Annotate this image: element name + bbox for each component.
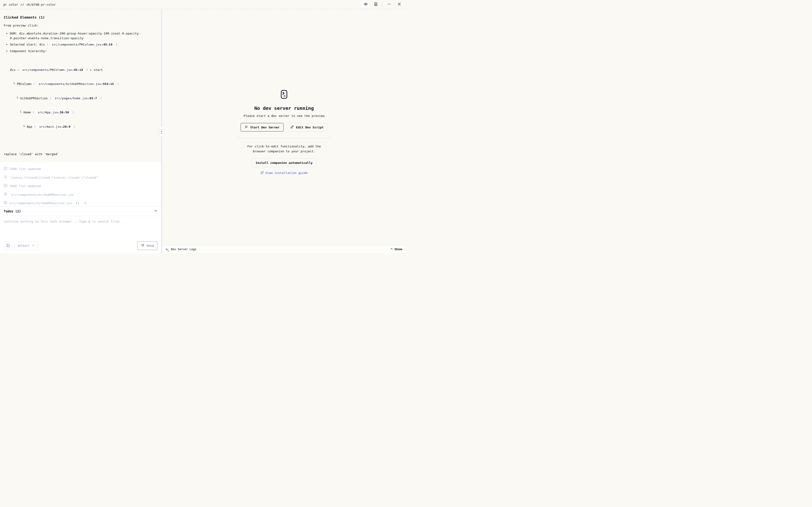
branch-name: vk/bfd6-pr-color: [26, 3, 56, 6]
section-divider: [236, 138, 332, 138]
edit-dev-script-button[interactable]: Edit Dev Script: [287, 123, 327, 131]
top-bar: pr color//vk/bfd6-pr-color: [0, 0, 406, 9]
file-path-chip: src/components/GitHubPRSection.jsx:553:1…: [37, 82, 115, 86]
elbow-glyph: └: [20, 111, 23, 114]
file-path-chip: src/pages/home.jsx:65:7: [53, 96, 98, 100]
elbow-glyph: └: [13, 82, 17, 86]
check-square-icon: [4, 184, 7, 189]
todos-collapse-button[interactable]: [154, 209, 157, 213]
logs-title-group: >_ Dev Server Logs: [166, 247, 196, 251]
hierarchy-item: Component hierarchy: div ( src/component…: [4, 49, 157, 148]
file-path-chip: src/components/PRColumn.jsx:45:19: [21, 68, 84, 72]
install-companion-button[interactable]: Install companion automatically: [252, 158, 317, 167]
square-pen-icon: [4, 201, 7, 206]
eye-icon: [364, 2, 368, 7]
grep-search-row[interactable]: `status.*closed|closed.*status|'closed'|…: [4, 175, 157, 180]
close-icon: [397, 2, 401, 7]
diff-view-button[interactable]: [372, 1, 379, 7]
preview-title: No dev server running: [254, 105, 314, 111]
topbar-divider: [382, 2, 383, 7]
file-path-chip: src/App.jsx:36:50: [36, 110, 70, 114]
component-hierarchy-tree: div ( src/components/PRColumn.jsx:45:19 …: [10, 58, 157, 139]
installation-guide-link[interactable]: View installation guide: [261, 171, 308, 175]
chevron-down-icon: [32, 244, 35, 247]
diff-added-count: +1: [75, 201, 80, 206]
start-dev-server-button[interactable]: Start Dev Server: [241, 123, 284, 131]
play-icon: [245, 125, 248, 129]
file-path-chip: src/components/PRColumn.jsx:45:19: [50, 43, 114, 47]
main-split: Clicked Elements (1) From preview click:…: [0, 9, 406, 253]
preview-panel: No dev server running Please start a dev…: [162, 9, 406, 253]
message-composer: DEFAULT Send: [0, 216, 161, 253]
tree-row: └ GitHubPRSection ( src/pages/home.jsx:6…: [10, 96, 157, 101]
file-read-row[interactable]: `src/components/GitHubPRSection.jsx`: [4, 192, 157, 197]
clicked-intro: From preview click:: [4, 23, 157, 28]
model-label: DEFAULT: [18, 244, 30, 247]
composer-toolbar: DEFAULT Send: [0, 241, 161, 253]
terminal-icon: [280, 90, 288, 100]
chat-input[interactable]: [0, 216, 161, 241]
start-marker: ← start: [88, 68, 103, 72]
send-label: Send: [146, 244, 154, 247]
file-path-chip: src/main.jsx:20:9: [38, 125, 72, 129]
topbar-actions: [362, 1, 403, 7]
todos-section-header[interactable]: Todos (2): [0, 206, 161, 216]
chat-panel: Clicked Elements (1) From preview click:…: [0, 9, 161, 253]
check-square-icon: [4, 167, 7, 172]
search-icon: [4, 175, 7, 180]
circle-dot-icon: [4, 192, 7, 197]
dom-selector: div.absolute.duration-200.group-hover:op…: [10, 32, 141, 40]
app-window: pr color//vk/bfd6-pr-color: [0, 0, 406, 253]
file-edit-row[interactable]: src/components/GitHubPRSection.jsx +1 −1: [4, 201, 157, 206]
tree-row: └ Home ( src/App.jsx:36:50 ): [10, 110, 157, 115]
chat-scroll-area[interactable]: Clicked Elements (1) From preview click:…: [0, 9, 161, 206]
assistant-feed-1: TODO list updated `status.*closed|closed…: [0, 162, 161, 206]
clicked-details-list: DOM: div.absolute.duration-200.group-hov…: [4, 31, 157, 148]
logs-show-button[interactable]: Show: [390, 247, 402, 251]
preview-subtitle: Please start a dev server to see the pre…: [244, 114, 324, 118]
todo-updated-row[interactable]: TODO list updated: [4, 167, 157, 172]
tree-row: div ( src/components/PRColumn.jsx:45:19 …: [10, 68, 157, 72]
title-separator: //: [20, 3, 24, 6]
overflow-menu-button[interactable]: [386, 1, 393, 7]
pencil-icon: [290, 125, 294, 129]
clicked-elements-heading: Clicked Elements (1): [4, 15, 157, 20]
window-title: pr color//vk/bfd6-pr-color: [3, 3, 56, 6]
selected-start-item: Selected start: div ( src/components/PRC…: [4, 42, 157, 47]
diff-removed-count: −1: [83, 201, 87, 206]
attach-image-button[interactable]: [4, 241, 12, 250]
clicked-elements-block: Clicked Elements (1) From preview click:…: [0, 9, 161, 162]
preview-toggle-button[interactable]: [362, 1, 369, 7]
todos-label: Todos (2): [4, 209, 21, 213]
dev-server-logs-bar[interactable]: >_ Dev Server Logs Show: [162, 245, 406, 253]
ellipsis-icon: [387, 2, 391, 7]
elbow-glyph: └: [16, 97, 20, 100]
model-selector[interactable]: DEFAULT: [14, 241, 38, 250]
chevron-up-icon: [154, 209, 157, 213]
dom-item: DOM: div.absolute.duration-200.group-hov…: [4, 31, 157, 40]
tree-row: └ PRColumn ( src/components/GitHubPRSect…: [10, 82, 157, 87]
logs-label: Dev Server Logs: [171, 247, 196, 251]
preview-actions: Start Dev Server Edit Dev Script: [241, 123, 328, 131]
send-button[interactable]: Send: [137, 241, 157, 250]
terminal-prompt-icon: >_: [166, 247, 169, 251]
close-button[interactable]: [396, 1, 403, 7]
chevron-up-icon: [390, 247, 393, 251]
companion-hint: For click-to-edit functionality, add the…: [240, 144, 328, 154]
tree-row: └ App ( src/main.jsx:20:9 ): [10, 124, 157, 129]
file-diff-icon: [374, 2, 378, 7]
send-icon: [141, 244, 144, 248]
elbow-glyph: └: [23, 125, 27, 128]
external-link-icon: [261, 171, 264, 175]
image-icon: [6, 243, 10, 248]
task-title: pr color: [3, 3, 18, 6]
todo-updated-row[interactable]: TODO list updated: [4, 184, 157, 189]
user-prompt: replace 'closed' with 'merged': [4, 152, 157, 157]
